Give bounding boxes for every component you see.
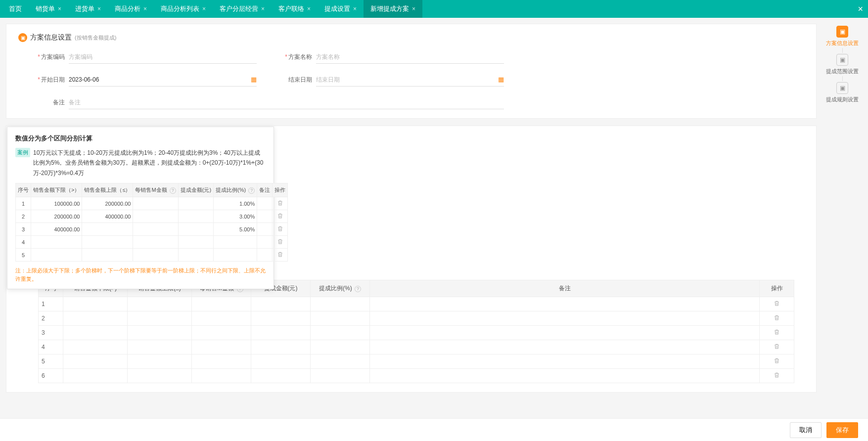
cell-lower[interactable] (63, 311, 128, 326)
cell-amount[interactable] (251, 297, 311, 311)
cell-lower[interactable] (63, 369, 128, 383)
close-icon[interactable]: × (353, 0, 357, 18)
tab-commission-settings[interactable]: 提成设置× (318, 0, 364, 18)
tab-sales[interactable]: 销货单× (29, 0, 68, 18)
cell-upper[interactable]: 400000.00 (82, 210, 133, 223)
nav-step-scope[interactable]: ▣ 提成范围设置 (826, 54, 859, 75)
cell-ratio[interactable] (214, 236, 257, 249)
cell-per-m[interactable] (192, 354, 251, 369)
cell-upper[interactable] (128, 326, 192, 340)
start-date-input[interactable] (69, 76, 251, 83)
cell-per-m[interactable] (133, 197, 178, 210)
cell-amount[interactable] (178, 210, 213, 223)
delete-icon[interactable] (277, 225, 283, 232)
cell-ratio[interactable] (311, 369, 370, 383)
delete-icon[interactable] (277, 238, 283, 245)
cell-remark[interactable] (257, 236, 273, 249)
cell-amount[interactable] (178, 223, 213, 236)
plan-code-input[interactable] (69, 53, 257, 60)
cell-ratio[interactable]: 3.00% (214, 210, 257, 223)
tab-customer-contact[interactable]: 客户联络× (272, 0, 318, 18)
cell-ratio[interactable]: 1.00% (214, 197, 257, 210)
cell-per-m[interactable] (133, 223, 178, 236)
delete-icon[interactable] (774, 372, 780, 378)
cell-remark[interactable] (370, 297, 760, 311)
delete-icon[interactable] (774, 357, 780, 364)
cell-remark[interactable] (370, 354, 760, 369)
cell-lower[interactable]: 200000.00 (31, 210, 82, 223)
cell-upper[interactable] (128, 311, 192, 326)
save-button[interactable]: 保存 (826, 422, 858, 436)
cell-upper[interactable] (128, 369, 192, 383)
delete-icon[interactable] (774, 343, 780, 350)
cell-per-m[interactable] (133, 236, 178, 249)
cell-remark[interactable] (370, 369, 760, 383)
cell-lower[interactable]: 100000.00 (31, 197, 82, 210)
cell-amount[interactable] (178, 197, 213, 210)
cell-per-m[interactable] (192, 340, 251, 354)
cell-upper[interactable] (128, 297, 192, 311)
nav-step-rule[interactable]: ▣ 提成规则设置 (826, 82, 859, 103)
cell-amount[interactable] (251, 311, 311, 326)
cell-amount[interactable] (251, 340, 311, 354)
close-icon[interactable]: × (261, 0, 265, 18)
cell-lower[interactable] (31, 249, 82, 262)
cell-per-m[interactable] (192, 297, 251, 311)
close-icon[interactable]: × (97, 0, 101, 18)
cell-lower[interactable] (63, 326, 128, 340)
cell-upper[interactable] (82, 249, 133, 262)
cell-per-m[interactable] (192, 311, 251, 326)
nav-step-info[interactable]: ▣ 方案信息设置 (826, 26, 859, 47)
cell-ratio[interactable]: 5.00% (214, 223, 257, 236)
cell-remark[interactable] (257, 223, 273, 236)
cell-per-m[interactable] (192, 326, 251, 340)
cell-ratio[interactable] (311, 354, 370, 369)
cell-remark[interactable] (257, 210, 273, 223)
cell-per-m[interactable] (192, 369, 251, 383)
help-icon[interactable]: ? (355, 286, 361, 292)
cell-lower[interactable] (63, 354, 128, 369)
delete-icon[interactable] (277, 213, 283, 219)
cell-remark[interactable] (257, 197, 273, 210)
tab-home[interactable]: 首页 (2, 0, 29, 18)
tab-product-analysis-list[interactable]: 商品分析列表× (154, 0, 213, 18)
cell-ratio[interactable] (311, 340, 370, 354)
tab-customer-tier[interactable]: 客户分层经营× (213, 0, 272, 18)
cell-ratio[interactable] (311, 326, 370, 340)
end-date-input[interactable] (316, 76, 498, 83)
tab-purchase[interactable]: 进货单× (68, 0, 108, 18)
delete-icon[interactable] (277, 200, 283, 206)
cell-per-m[interactable] (133, 249, 178, 262)
cell-lower[interactable] (63, 297, 128, 311)
cell-lower[interactable] (31, 236, 82, 249)
cell-remark[interactable] (370, 326, 760, 340)
cell-upper[interactable] (82, 236, 133, 249)
delete-icon[interactable] (774, 329, 780, 335)
cell-upper[interactable]: 200000.00 (82, 197, 133, 210)
close-icon[interactable]: × (307, 0, 311, 18)
cell-ratio[interactable] (311, 311, 370, 326)
cell-upper[interactable] (128, 340, 192, 354)
cell-per-m[interactable] (133, 210, 178, 223)
cell-upper[interactable] (82, 223, 133, 236)
tab-new-commission-plan[interactable]: 新增提成方案× (364, 0, 422, 18)
cancel-button[interactable]: 取消 (790, 422, 822, 436)
calendar-icon[interactable]: ▦ (251, 76, 257, 83)
cell-amount[interactable] (178, 249, 213, 262)
close-icon[interactable]: × (412, 0, 415, 18)
close-all-icon[interactable]: × (858, 4, 863, 14)
cell-ratio[interactable] (214, 249, 257, 262)
cell-lower[interactable]: 400000.00 (31, 223, 82, 236)
delete-icon[interactable] (774, 300, 780, 307)
delete-icon[interactable] (277, 251, 283, 258)
plan-name-input[interactable] (316, 53, 504, 60)
close-icon[interactable]: × (58, 0, 61, 18)
cell-amount[interactable] (178, 236, 213, 249)
cell-remark[interactable] (370, 340, 760, 354)
close-icon[interactable]: × (143, 0, 147, 18)
cell-upper[interactable] (128, 354, 192, 369)
delete-icon[interactable] (774, 314, 780, 321)
tab-product-analysis[interactable]: 商品分析× (108, 0, 154, 18)
cell-amount[interactable] (251, 354, 311, 369)
cell-lower[interactable] (63, 340, 128, 354)
